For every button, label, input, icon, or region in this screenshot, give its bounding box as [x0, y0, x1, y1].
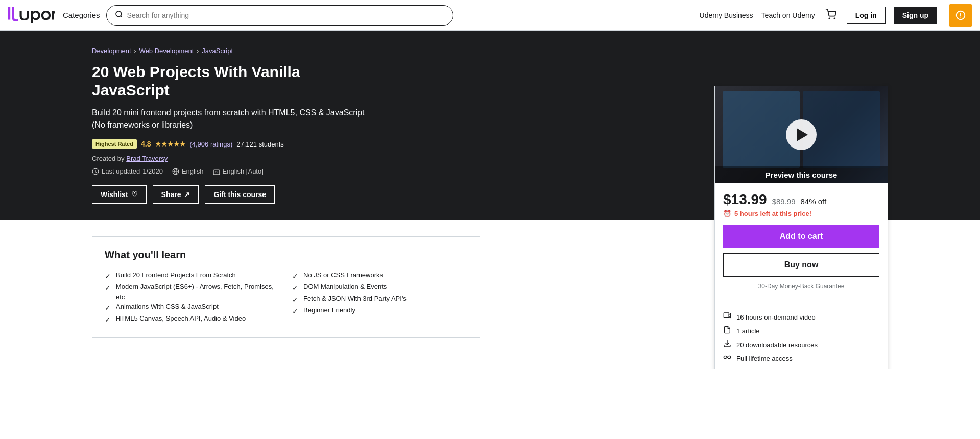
preview-label: Preview this course: [715, 166, 888, 183]
includes-title: This course includes:: [723, 298, 879, 307]
share-label: Share: [161, 190, 181, 199]
course-meta: Last updated 1/2020 English English [Aut…: [92, 167, 376, 175]
last-updated-label: Last updated: [102, 167, 140, 175]
cart-icon[interactable]: [825, 9, 836, 21]
hero-content: Development › Web Development › JavaScri…: [0, 47, 388, 204]
check-icon-5: ✓: [292, 271, 298, 282]
navbar-links: Udemy Business Teach on Udemy Log in Sig…: [700, 4, 972, 27]
check-icon-1: ✓: [105, 271, 111, 282]
course-subtitle: Build 20 mini frontend projects from scr…: [92, 107, 376, 131]
svg-marker-9: [729, 313, 730, 318]
creator-row: Created by Brad Traversy: [92, 155, 376, 162]
preview-play-button[interactable]: [786, 119, 817, 150]
learn-title: What you'll learn: [105, 249, 467, 261]
learn-items-right: ✓ No JS or CSS Frameworks ✓ DOM Manipula…: [292, 270, 467, 325]
rating-count: (4,906 ratings): [189, 140, 232, 148]
star-icons: ★★★★★: [155, 139, 185, 149]
search-icon: [115, 10, 123, 20]
meta-language: English: [172, 167, 204, 175]
check-icon-4: ✓: [105, 314, 111, 325]
learn-item-1-text: Build 20 Frontend Projects From Scratch: [116, 270, 236, 280]
breadcrumb-development[interactable]: Development: [92, 47, 131, 55]
includes-list: 16 hours on-demand video 1 article 20 do…: [723, 312, 879, 363]
login-button[interactable]: Log in: [847, 7, 886, 24]
rating-row: Highest Rated 4.8 ★★★★★ (4,906 ratings) …: [92, 139, 376, 149]
gift-button[interactable]: Gift this course: [205, 185, 275, 204]
timer-row: ⏰ 5 hours left at this price!: [723, 210, 879, 217]
language-value: English: [182, 167, 204, 175]
learn-item-3: ✓ Animations With CSS & JavaScript: [105, 302, 280, 313]
meta-updated: Last updated 1/2020: [92, 167, 163, 175]
share-button[interactable]: Share ↗: [153, 185, 199, 204]
includes-item-lifetime: Full lifetime access: [723, 353, 879, 363]
svg-point-0: [116, 11, 122, 17]
categories-button[interactable]: Categories: [63, 11, 100, 19]
rating-score: 4.8: [141, 140, 151, 148]
learn-item-6-text: DOM Manipulation & Events: [303, 282, 387, 292]
students-count: 27,121 students: [236, 140, 284, 148]
content-area: What you'll learn ✓ Build 20 Frontend Pr…: [92, 236, 480, 352]
course-actions: Wishlist ♡ Share ↗ Gift this course: [92, 185, 376, 204]
learn-item-8-text: Beginner Friendly: [303, 305, 355, 315]
learn-item-4-text: HTML5 Canvas, Speech API, Audio & Video: [116, 313, 246, 324]
learn-item-3-text: Animations With CSS & JavaScript: [116, 302, 219, 312]
learn-item-5-text: No JS or CSS Frameworks: [303, 270, 383, 280]
price-current: $13.99: [723, 191, 767, 208]
learn-item-7-text: Fetch & JSON With 3rd Party API's: [303, 294, 407, 304]
learn-items-left: ✓ Build 20 Frontend Projects From Scratc…: [105, 270, 280, 325]
breadcrumb: Development › Web Development › JavaScri…: [92, 47, 376, 55]
search-input[interactable]: [127, 11, 445, 19]
price-original: $89.99: [772, 197, 796, 206]
learn-item-7: ✓ Fetch & JSON With 3rd Party API's: [292, 294, 467, 305]
price-discount: 84% off: [801, 197, 827, 206]
course-preview-area[interactable]: Preview this course: [715, 86, 888, 183]
globe-icon: [92, 168, 99, 175]
buy-now-button[interactable]: Buy now: [723, 253, 879, 277]
check-icon-2: ✓: [105, 283, 111, 294]
check-icon-3: ✓: [105, 303, 111, 313]
meta-captions: English [Auto]: [213, 167, 264, 175]
svg-point-2: [829, 18, 830, 19]
wishlist-label: Wishlist: [101, 190, 128, 199]
learn-item-5: ✓ No JS or CSS Frameworks: [292, 270, 467, 282]
navbar: Categories Udemy Business Teach on Udemy…: [0, 0, 980, 31]
signup-button[interactable]: Sign up: [894, 7, 937, 24]
creator-prefix: Created by: [92, 155, 125, 162]
includes-article-text: 1 article: [736, 327, 760, 335]
svg-rect-7: [213, 170, 220, 175]
captions-icon: [213, 168, 220, 175]
price-row: $13.99 $89.99 84% off: [723, 191, 879, 208]
breadcrumb-sep-1: ›: [134, 47, 136, 55]
captions-value: English [Auto]: [223, 167, 264, 175]
kurama-icon[interactable]: [949, 4, 972, 27]
timer-text: 5 hours left at this price!: [734, 210, 811, 217]
check-icon-7: ✓: [292, 295, 298, 305]
creator-link[interactable]: Brad Traversy: [126, 155, 168, 162]
search-bar: [106, 5, 453, 26]
svg-line-1: [121, 16, 122, 17]
learn-item-4: ✓ HTML5 Canvas, Speech API, Audio & Vide…: [105, 313, 280, 325]
includes-video-text: 16 hours on-demand video: [736, 313, 816, 321]
includes-download-text: 20 downloadable resources: [736, 341, 818, 349]
breadcrumb-javascript[interactable]: JavaScript: [202, 47, 233, 55]
learn-item-1: ✓ Build 20 Frontend Projects From Scratc…: [105, 270, 280, 282]
breadcrumb-webdev[interactable]: Web Development: [139, 47, 194, 55]
learn-item-2: ✓ Modern JavaScript (ES6+) - Arrows, Fet…: [105, 282, 280, 302]
video-icon: [723, 312, 731, 322]
share-icon: ↗: [184, 190, 190, 199]
learn-box: What you'll learn ✓ Build 20 Frontend Pr…: [92, 236, 480, 338]
svg-rect-8: [724, 313, 729, 318]
money-back-text: 30-Day Money-Back Guarantee: [723, 283, 879, 290]
teach-on-udemy-link[interactable]: Teach on Udemy: [761, 11, 815, 19]
logo[interactable]: [8, 7, 55, 24]
card-body: $13.99 $89.99 84% off ⏰ 5 hours left at …: [715, 183, 888, 369]
last-updated-value: 1/2020: [142, 167, 163, 175]
wishlist-button[interactable]: Wishlist ♡: [92, 185, 147, 204]
check-icon-6: ✓: [292, 283, 298, 294]
hero-section: Development › Web Development › JavaScri…: [0, 31, 980, 220]
course-sidebar-card: Preview this course $13.99 $89.99 84% of…: [714, 86, 888, 369]
add-to-cart-button[interactable]: Add to cart: [723, 225, 879, 248]
learn-item-2-text: Modern JavaScript (ES6+) - Arrows, Fetch…: [116, 282, 280, 302]
udemy-business-link[interactable]: Udemy Business: [700, 11, 753, 19]
breadcrumb-sep-2: ›: [197, 47, 199, 55]
